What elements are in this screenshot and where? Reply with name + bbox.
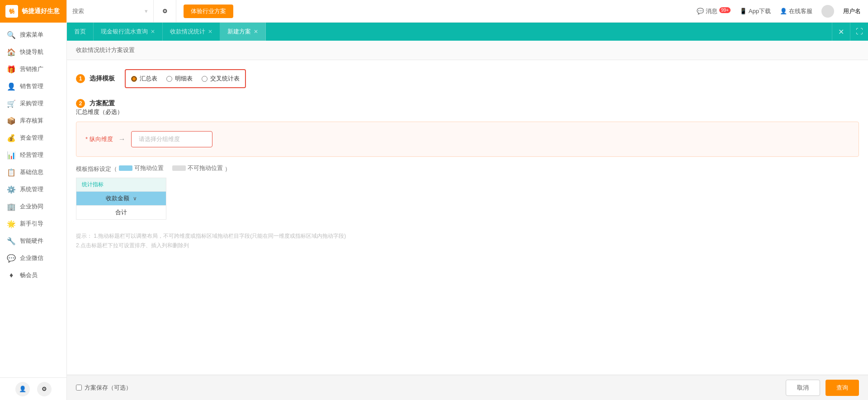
metrics-config: 模板指标设定（ 可拖动位置 不可拖动位置 ） [76, 164, 859, 220]
tab-new-plan[interactable]: 新建方案✕ [220, 23, 266, 41]
dimension-selector[interactable]: 请选择分组维度 [131, 131, 212, 147]
tab-expand-btn[interactable]: ⛶ [850, 23, 868, 41]
config-section-label: 方案配置 [90, 99, 115, 108]
radio-cross[interactable]: 交叉统计表 [202, 75, 240, 83]
tab-label-bank-flow: 现金银行流水查询 [101, 28, 148, 36]
stats-total-cell: 合计 [76, 206, 166, 219]
sidebar-item-inventory[interactable]: 📦 库存核算 [0, 112, 66, 129]
query-button[interactable]: 查询 [826, 380, 859, 396]
weixin-label: 企业微信 [20, 254, 43, 262]
page-footer: 方案保存（可选） 取消 查询 [67, 375, 868, 400]
tab-home[interactable]: 首页 [67, 23, 94, 41]
inventory-icon: 📦 [7, 117, 15, 125]
tip-item: 2.点击标题栏下拉可设置排序、插入列和删除列 [76, 242, 859, 249]
sidebar-item-quick-nav[interactable]: 🏠 快捷导航 [0, 43, 66, 61]
sidebar-item-marketing[interactable]: 🎁 营销推广 [0, 61, 66, 78]
sidebar-item-operation[interactable]: 📊 经营管理 [0, 146, 66, 164]
stats-label: 统计指标 [76, 178, 166, 192]
tab-label-receipts: 收款情况统计 [170, 28, 205, 36]
sidebar-item-system[interactable]: ⚙️ 系统管理 [0, 181, 66, 198]
radio-summary-input[interactable] [131, 76, 137, 82]
online-service-btn[interactable]: 👤 在线客服 [780, 7, 812, 15]
template-section: 1 选择模板 汇总表 明细表 交叉统计表 [76, 69, 859, 88]
header-search: ▾ [67, 0, 154, 22]
sidebar-item-hardware[interactable]: 🔧 智能硬件 [0, 232, 66, 249]
sidebar-logo: 畅 畅捷通好生意 [0, 0, 66, 23]
sidebar-item-enterprise[interactable]: 🏢 企业协同 [0, 198, 66, 215]
system-label: 系统管理 [20, 185, 43, 193]
config-section: 2 方案配置 汇总维度（必选） * 纵向维度 → 请选择分组维度 [76, 99, 859, 257]
marketing-label: 营销推广 [20, 65, 43, 73]
fixed-legend-icon [172, 165, 186, 171]
radio-summary-label: 汇总表 [140, 75, 157, 83]
sidebar-item-member[interactable]: ♦ 畅会员 [0, 267, 66, 284]
tab-close-new-plan[interactable]: ✕ [254, 28, 258, 35]
footer-checkbox-area: 方案保存（可选） [67, 384, 141, 392]
marketing-icon: 🎁 [7, 65, 15, 73]
sidebar-footer-btn-1[interactable]: 👤 [15, 382, 30, 396]
draggable-legend-icon [119, 165, 132, 171]
member-icon: ♦ [7, 271, 15, 279]
radio-summary[interactable]: 汇总表 [131, 75, 157, 83]
messages-btn[interactable]: 💬 消息 99+ [697, 7, 731, 15]
metrics-header: 模板指标设定（ 可拖动位置 不可拖动位置 ） [76, 164, 859, 173]
search-label: 搜索菜单 [20, 31, 43, 39]
app-label: App下载 [749, 7, 771, 15]
app-download-btn[interactable]: 📱 App下载 [740, 7, 771, 15]
dimension-area: * 纵向维度 → 请选择分组维度 [76, 122, 859, 157]
template-section-number: 1 [76, 74, 85, 83]
operation-label: 经营管理 [20, 151, 43, 159]
trial-btn[interactable]: 体验行业方案 [184, 5, 233, 18]
config-area: 汇总维度（必选） * 纵向维度 → 请选择分组维度 [76, 108, 859, 257]
sidebar-item-basic[interactable]: 📋 基础信息 [0, 164, 66, 181]
finance-icon: 💰 [7, 134, 15, 142]
sidebar-item-weixin[interactable]: 💬 企业微信 [0, 249, 66, 267]
settings-btn[interactable]: ⚙ [154, 0, 176, 22]
stats-header-dropdown-icon[interactable]: ∨ [133, 195, 137, 202]
radio-detail-label: 明细表 [175, 75, 193, 83]
user-avatar[interactable] [821, 5, 834, 18]
dimension-required-label: * 纵向维度 [85, 135, 113, 143]
service-icon: 👤 [780, 8, 787, 14]
main-content: 收款情况统计方案设置 1 选择模板 汇总表 明细表 [67, 41, 868, 400]
sidebar-item-search[interactable]: 🔍 搜索菜单 [0, 26, 66, 43]
sidebar-item-newbie[interactable]: 🌟 新手引导 [0, 215, 66, 232]
search-dropdown-icon[interactable]: ▾ [145, 8, 148, 14]
hardware-icon: 🔧 [7, 237, 15, 245]
enterprise-icon: 🏢 [7, 202, 15, 211]
radio-detail[interactable]: 明细表 [166, 75, 193, 83]
cancel-button[interactable]: 取消 [786, 380, 820, 396]
system-icon: ⚙️ [7, 185, 15, 193]
search-input[interactable] [72, 8, 145, 14]
sales-label: 销售管理 [20, 82, 43, 90]
operation-icon: 📊 [7, 151, 15, 159]
draggable-legend-label: 可拖动位置 [134, 164, 164, 172]
tab-close-bank-flow[interactable]: ✕ [151, 28, 155, 35]
radio-cross-input[interactable] [202, 76, 208, 82]
purchase-label: 采购管理 [20, 99, 43, 108]
tab-close-all-btn[interactable]: ✕ [832, 23, 850, 41]
sidebar-item-purchase[interactable]: 🛒 采购管理 [0, 95, 66, 112]
sidebar-item-finance[interactable]: 💰 资金管理 [0, 129, 66, 146]
stats-table: 统计指标 收款金额 ∨ 合计 [76, 178, 166, 220]
sidebar-item-sales[interactable]: 👤 销售管理 [0, 78, 66, 95]
newbie-icon: 🌟 [7, 220, 15, 228]
tab-close-receipts[interactable]: ✕ [208, 28, 212, 35]
radio-detail-input[interactable] [166, 76, 172, 82]
stats-header-row[interactable]: 收款金额 ∨ [76, 192, 166, 206]
dimension-arrow-icon: → [118, 135, 126, 143]
sidebar: 畅 畅捷通好生意 🔍 搜索菜单 🏠 快捷导航 🎁 营销推广 👤 销售管理 🛒 采… [0, 0, 67, 400]
member-label: 畅会员 [20, 271, 38, 279]
sidebar-footer-btn-2[interactable]: ⚙ [37, 382, 52, 396]
sales-icon: 👤 [7, 82, 15, 90]
save-plan-checkbox[interactable] [76, 385, 82, 391]
metrics-legend-draggable: 可拖动位置 [119, 164, 164, 172]
basic-icon: 📋 [7, 168, 15, 176]
header-right: 💬 消息 99+ 📱 App下载 👤 在线客服 用户名 [697, 0, 868, 22]
tabbar-controls: ✕ ⛶ [832, 23, 868, 41]
tab-receipts[interactable]: 收款情况统计✕ [163, 23, 220, 41]
tab-bank-flow[interactable]: 现金银行流水查询✕ [94, 23, 163, 41]
config-section-number: 2 [76, 99, 85, 108]
quick-nav-icon: 🏠 [7, 48, 15, 56]
sidebar-footer: 👤 ⚙ [0, 377, 66, 400]
